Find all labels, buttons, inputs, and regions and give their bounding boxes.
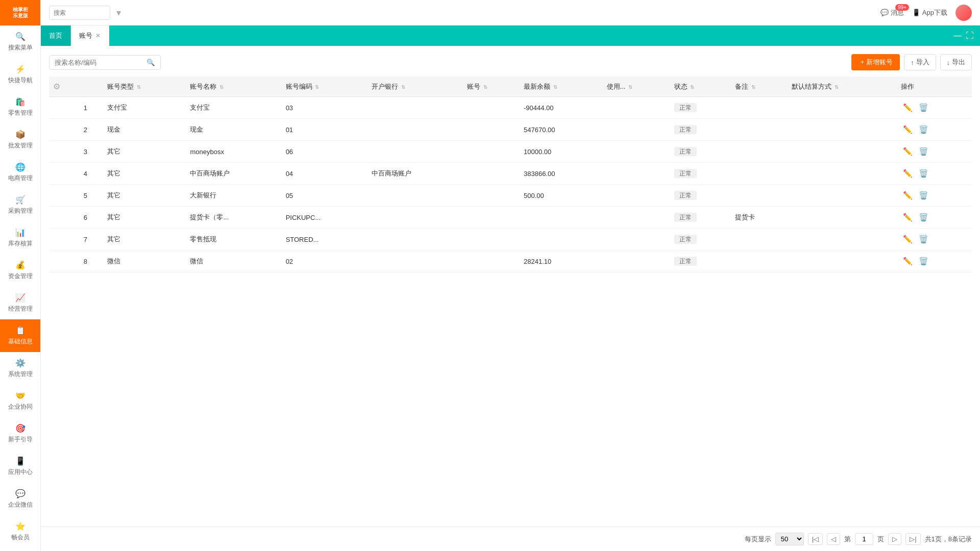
delete-button[interactable]: 🗑️ xyxy=(917,102,930,113)
delete-button[interactable]: 🗑️ xyxy=(917,146,930,157)
page-prev-button[interactable]: ◁ xyxy=(827,533,840,545)
edit-button[interactable]: ✏️ xyxy=(901,146,915,157)
search-wrap: 🔍 xyxy=(49,55,161,70)
sidebar-item-app-center[interactable]: 📱 应用中心 xyxy=(0,450,40,483)
finance-icon: 💰 xyxy=(15,260,26,270)
col-balance[interactable]: 最新余额 ⇅ xyxy=(520,77,603,97)
cell-action: ✏️ 🗑️ xyxy=(897,251,972,272)
cell-default-pay xyxy=(788,229,897,251)
top-search-input[interactable] xyxy=(49,6,110,20)
col-no xyxy=(80,77,103,97)
col-remark[interactable]: 备注 ⇅ xyxy=(731,77,788,97)
message-button[interactable]: 💬 消息 99+ xyxy=(880,8,904,17)
cell-balance: 10000.00 xyxy=(520,141,603,163)
page-next-button[interactable]: ▷ xyxy=(888,533,901,545)
page-size-select[interactable]: 50 100 200 xyxy=(775,533,804,545)
col-code[interactable]: 账号编码 ⇅ xyxy=(282,77,368,97)
cell-code: STORED... xyxy=(282,229,368,251)
retail-icon: 🛍️ xyxy=(15,97,26,107)
table-row: 2 现金 现金 01 547670.00 正常 ✏️ 🗑️ xyxy=(49,119,972,141)
col-status[interactable]: 状态 ⇅ xyxy=(670,77,731,97)
page-suffix: 页 xyxy=(877,535,884,544)
sidebar-item-inventory[interactable]: 📊 库存核算 xyxy=(0,221,40,254)
col-gear[interactable]: ⚙ xyxy=(49,77,80,97)
account-search-button[interactable]: 🔍 xyxy=(141,56,160,69)
cell-action: ✏️ 🗑️ xyxy=(897,229,972,251)
sidebar-item-basic-info[interactable]: 📋 基础信息 xyxy=(0,319,40,352)
delete-button[interactable]: 🗑️ xyxy=(917,190,930,201)
page-input[interactable] xyxy=(855,533,873,545)
sidebar-item-finance[interactable]: 💰 资金管理 xyxy=(0,254,40,287)
tab-minimize-button[interactable]: — xyxy=(953,31,962,40)
tab-maximize-button[interactable]: ⛶ xyxy=(966,31,974,40)
search-menu-icon: 🔍 xyxy=(15,32,26,41)
table-header-row: ⚙ 账号类型 ⇅ 账号名称 ⇅ 账号编码 ⇅ 开户银行 ⇅ 账号 ⇅ 最新余额 … xyxy=(49,77,972,97)
cell-account xyxy=(463,141,520,163)
page-last-button[interactable]: ▷| xyxy=(905,533,920,545)
page-first-button[interactable]: |◁ xyxy=(808,533,823,545)
cell-type: 其它 xyxy=(103,207,186,229)
app-download-button[interactable]: 📱 App下载 xyxy=(912,8,947,17)
delete-button[interactable]: 🗑️ xyxy=(917,256,930,267)
sidebar-item-guide[interactable]: 🎯 新手引导 xyxy=(0,417,40,450)
cell-code: PICKUPC... xyxy=(282,207,368,229)
cell-status: 正常 xyxy=(670,119,731,141)
sidebar-item-enterprise[interactable]: 🤝 企业协同 xyxy=(0,385,40,417)
sidebar-item-retail[interactable]: 🛍️ 零售管理 xyxy=(0,91,40,123)
cell-gear xyxy=(49,229,80,251)
edit-button[interactable]: ✏️ xyxy=(901,256,915,267)
edit-button[interactable]: ✏️ xyxy=(901,124,915,135)
add-account-button[interactable]: + 新增账号 xyxy=(851,54,900,70)
delete-button[interactable]: 🗑️ xyxy=(917,168,930,179)
sidebar-item-ecommerce[interactable]: 🌐 电商管理 xyxy=(0,156,40,189)
col-use[interactable]: 使用... ⇅ xyxy=(603,77,670,97)
sidebar-item-enterprise-wechat[interactable]: 💬 企业微信 xyxy=(0,483,40,515)
sidebar-item-system[interactable]: ⚙️ 系统管理 xyxy=(0,352,40,385)
phone-icon: 📱 xyxy=(912,9,920,16)
sidebar-item-vip[interactable]: ⭐ 畅会员 xyxy=(0,515,40,548)
cell-status: 正常 xyxy=(670,251,731,272)
edit-button[interactable]: ✏️ xyxy=(901,212,915,223)
col-type[interactable]: 账号类型 ⇅ xyxy=(103,77,186,97)
cell-name: 中百商场账户 xyxy=(186,163,281,185)
col-name[interactable]: 账号名称 ⇅ xyxy=(186,77,281,97)
col-account[interactable]: 账号 ⇅ xyxy=(463,77,520,97)
tab-account[interactable]: 账号 ✕ xyxy=(71,26,109,46)
sidebar-item-wholesale[interactable]: 📦 批发管理 xyxy=(0,123,40,156)
cell-gear xyxy=(49,97,80,119)
delete-button[interactable]: 🗑️ xyxy=(917,124,930,135)
tab-home[interactable]: 首页 xyxy=(41,26,71,46)
cell-default-pay xyxy=(788,207,897,229)
edit-button[interactable]: ✏️ xyxy=(901,234,915,245)
delete-button[interactable]: 🗑️ xyxy=(917,234,930,245)
cell-no: 8 xyxy=(80,251,103,272)
sidebar-item-quick-nav[interactable]: ⚡ 快捷导航 xyxy=(0,58,40,91)
cell-name: 提货卡（零... xyxy=(186,207,281,229)
import-button[interactable]: ↑ 导入 xyxy=(904,54,936,70)
top-search-chevron[interactable]: ▾ xyxy=(116,7,121,18)
edit-button[interactable]: ✏️ xyxy=(901,190,915,201)
cell-name: 支付宝 xyxy=(186,97,281,119)
tab-close-account[interactable]: ✕ xyxy=(95,32,101,39)
ecommerce-icon: 🌐 xyxy=(15,162,26,172)
export-button[interactable]: ↓ 导出 xyxy=(940,54,972,70)
cell-remark xyxy=(731,163,788,185)
col-bank[interactable]: 开户银行 ⇅ xyxy=(368,77,463,97)
cell-bank xyxy=(368,207,463,229)
tab-bar: 首页 账号 ✕ — ⛶ xyxy=(41,26,980,46)
operations-icon: 📈 xyxy=(15,293,26,303)
user-avatar[interactable] xyxy=(955,5,972,21)
sidebar-item-operations[interactable]: 📈 经营管理 xyxy=(0,287,40,319)
total-label: 共1页，8条记录 xyxy=(925,535,972,544)
sidebar-item-search-menu[interactable]: 🔍 搜索菜单 xyxy=(0,26,40,58)
edit-button[interactable]: ✏️ xyxy=(901,102,915,113)
col-default-pay[interactable]: 默认结算方式 ⇅ xyxy=(788,77,897,97)
cell-gear xyxy=(49,185,80,207)
cell-default-pay xyxy=(788,163,897,185)
delete-button[interactable]: 🗑️ xyxy=(917,212,930,223)
account-search-input[interactable] xyxy=(50,56,141,69)
cell-use xyxy=(603,141,670,163)
sidebar-item-purchase[interactable]: 🛒 采购管理 xyxy=(0,189,40,221)
edit-button[interactable]: ✏️ xyxy=(901,168,915,179)
message-icon: 💬 xyxy=(880,9,889,16)
